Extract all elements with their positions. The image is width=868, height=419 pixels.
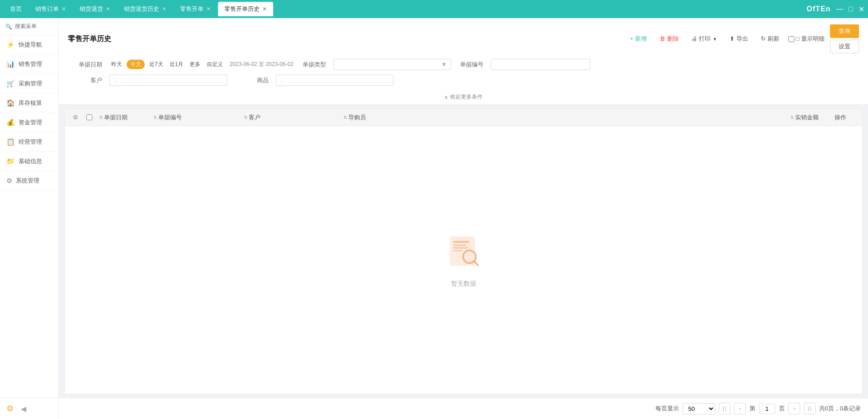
sidebar-item-operations[interactable]: 📋 经营管理 bbox=[0, 132, 58, 152]
last-page-button[interactable]: ⟩⟩ bbox=[804, 403, 816, 414]
sidebar-item-inventory-label: 库存核算 bbox=[19, 99, 42, 107]
display-detail-checkbox[interactable] bbox=[788, 36, 794, 42]
delete-button-label: 🗑 删除 bbox=[659, 35, 679, 43]
export-button[interactable]: ⬆ 导出 bbox=[726, 33, 752, 45]
tab-retail-open-history[interactable]: 零售开单历史 ✕ bbox=[218, 2, 273, 16]
print-button[interactable]: 🖨 打印 ▼ bbox=[688, 33, 721, 45]
brand-label: OfTEn bbox=[806, 5, 830, 13]
close-tab-sales-order-icon[interactable]: ✕ bbox=[62, 6, 66, 12]
tab-sales-return-history-label: 销货退货历史 bbox=[124, 5, 159, 13]
date-opt-yesterday[interactable]: 昨天 bbox=[109, 60, 124, 69]
sys-mgmt-icon: ⚙ bbox=[6, 177, 12, 185]
per-page-label: 每页显示 bbox=[655, 405, 679, 413]
close-tab-retail-open-history-icon[interactable]: ✕ bbox=[262, 6, 267, 12]
empty-state: 暂无数据 bbox=[65, 126, 862, 394]
tab-sales-return-label: 销货退货 bbox=[80, 5, 103, 13]
select-all-checkbox[interactable] bbox=[86, 114, 92, 120]
bill-no-input[interactable] bbox=[491, 59, 590, 70]
th-customer-label: 客户 bbox=[249, 113, 261, 122]
table-header: ⚙ ⇅ 单据日期 ⇅ 单据编号 ⇅ 客户 ⇅ 导购员 bbox=[65, 109, 862, 126]
sidebar-item-sales-mgmt-label: 销售管理 bbox=[19, 60, 42, 68]
per-page-select[interactable]: 50 100 200 bbox=[683, 403, 715, 414]
page-input[interactable] bbox=[759, 404, 775, 414]
sidebar-item-operations-label: 经营管理 bbox=[19, 138, 42, 146]
sidebar-item-purchase-mgmt-label: 采购管理 bbox=[19, 80, 42, 88]
display-toggle[interactable]: □ 显示明细 bbox=[788, 35, 825, 43]
close-window-icon[interactable]: ✕ bbox=[859, 5, 864, 14]
maximize-icon[interactable]: □ bbox=[849, 5, 853, 13]
date-opt-more[interactable]: 更多 bbox=[188, 60, 202, 69]
prev-page-button[interactable]: ＜ bbox=[734, 403, 746, 414]
close-tab-sales-return-icon[interactable]: ✕ bbox=[106, 6, 110, 12]
close-tab-retail-open-icon[interactable]: ✕ bbox=[206, 6, 211, 12]
collapse-filter-row[interactable]: ∧ 收起更多条件 bbox=[77, 90, 850, 104]
query-button[interactable]: 查询 bbox=[830, 24, 859, 38]
tab-retail-open[interactable]: 零售开单 ✕ bbox=[174, 2, 217, 16]
sidebar-item-sales-mgmt[interactable]: 📊 销售管理 bbox=[0, 55, 58, 74]
tab-home[interactable]: 首页 bbox=[4, 2, 28, 16]
bill-no-filter-label: 单据编号 bbox=[458, 61, 484, 69]
next-page-button[interactable]: ＞ bbox=[788, 403, 800, 414]
date-opt-1month[interactable]: 近1月 bbox=[168, 60, 185, 69]
sidebar-settings-icon[interactable]: ⚙ bbox=[6, 404, 14, 414]
first-page-button[interactable]: ⟨⟨ bbox=[719, 403, 730, 414]
sidebar-search[interactable]: 🔍 搜索采单 bbox=[0, 18, 58, 35]
sort-amount-icon[interactable]: ⇅ bbox=[790, 115, 794, 120]
sort-no-icon[interactable]: ⇅ bbox=[153, 115, 157, 120]
content-area: 零售开单历史 + 新增 🗑 删除 🖨 打印 ▼ ⬆ 导出 bbox=[59, 18, 868, 419]
refresh-button[interactable]: ↻ 刷新 bbox=[757, 33, 783, 45]
bill-type-filter-label: 单据类型 bbox=[301, 61, 326, 69]
filter-row-1: 单据日期 昨天 今天 近7天 近1月 更多 自定义 2023-06-02 至 2… bbox=[77, 59, 850, 70]
sidebar: 🔍 搜索采单 ⚡ 快捷导航 📊 销售管理 🛒 采购管理 🏠 库存核算 💰 资金管… bbox=[0, 18, 59, 419]
close-tab-sales-return-history-icon[interactable]: ✕ bbox=[162, 6, 166, 12]
bill-type-select[interactable]: ▼ bbox=[333, 59, 451, 70]
collapse-icon: ∧ bbox=[444, 94, 448, 100]
filter-row-2: 客户 ... 商品 ... bbox=[77, 75, 850, 86]
topbar-right: OfTEn — □ ✕ bbox=[806, 5, 864, 14]
table-settings-icon[interactable]: ⚙ bbox=[68, 114, 83, 121]
setting-button[interactable]: 设置 bbox=[830, 40, 859, 53]
sidebar-item-quick-nav[interactable]: ⚡ 快捷导航 bbox=[0, 35, 58, 55]
sidebar-collapse-icon[interactable]: ◀ bbox=[21, 405, 26, 413]
th-op: 操作 bbox=[822, 113, 859, 122]
sidebar-item-base-info[interactable]: 📁 基础信息 bbox=[0, 152, 58, 171]
base-info-icon: 📁 bbox=[6, 157, 15, 165]
th-op-label: 操作 bbox=[835, 113, 846, 122]
sort-guide-icon[interactable]: ⇅ bbox=[343, 115, 347, 120]
table-select-all-checkbox[interactable] bbox=[83, 114, 95, 120]
pagination-bar: 每页显示 50 100 200 ⟨⟨ ＜ 第 页 ＞ ⟩⟩ 共0页，0条记录 bbox=[59, 398, 868, 419]
quick-nav-icon: ⚡ bbox=[6, 41, 15, 49]
sort-date-icon[interactable]: ⇅ bbox=[99, 115, 103, 120]
new-button[interactable]: + 新增 bbox=[626, 33, 650, 45]
svg-rect-4 bbox=[453, 250, 462, 251]
tab-sales-order[interactable]: 销售订单 ✕ bbox=[29, 2, 72, 16]
tab-sales-return-history[interactable]: 销货退货历史 ✕ bbox=[118, 2, 173, 16]
sort-customer-icon[interactable]: ⇅ bbox=[244, 115, 247, 120]
top-tabbar: 首页 销售订单 ✕ 销货退货 ✕ 销货退货历史 ✕ 零售开单 ✕ 零售开单历史 … bbox=[0, 0, 868, 18]
total-label: 共0页，0条记录 bbox=[819, 405, 861, 413]
sidebar-item-base-info-label: 基础信息 bbox=[19, 157, 42, 165]
sidebar-item-purchase-mgmt[interactable]: 🛒 采购管理 bbox=[0, 74, 58, 94]
tab-sales-order-label: 销售订单 bbox=[35, 5, 59, 13]
finance-icon: 💰 bbox=[6, 118, 15, 127]
goods-filter-label: 商品 bbox=[243, 76, 269, 85]
tab-sales-return[interactable]: 销货退货 ✕ bbox=[73, 2, 117, 16]
collapse-label: 收起更多条件 bbox=[450, 93, 483, 101]
page-title-row: 零售开单历史 + 新增 🗑 删除 🖨 打印 ▼ ⬆ 导出 bbox=[68, 24, 859, 53]
sidebar-item-quick-nav-label: 快捷导航 bbox=[19, 41, 42, 49]
goods-input[interactable]: ... bbox=[276, 75, 394, 86]
sidebar-item-inventory[interactable]: 🏠 库存核算 bbox=[0, 94, 58, 113]
print-dropdown-icon[interactable]: ▼ bbox=[712, 37, 717, 42]
customer-ellipsis: ... bbox=[114, 77, 119, 84]
search-icon: 🔍 bbox=[5, 24, 12, 30]
date-opt-custom[interactable]: 自定义 bbox=[205, 60, 225, 69]
date-opt-today[interactable]: 今天 bbox=[127, 60, 145, 69]
delete-button[interactable]: 🗑 删除 bbox=[656, 33, 683, 45]
sidebar-item-finance[interactable]: 💰 资金管理 bbox=[0, 113, 58, 132]
minimize-icon[interactable]: — bbox=[836, 5, 843, 13]
purchase-mgmt-icon: 🛒 bbox=[6, 80, 15, 88]
toolbar: + 新增 🗑 删除 🖨 打印 ▼ ⬆ 导出 ↻ 刷新 bbox=[626, 24, 859, 53]
date-opt-7days[interactable]: 近7天 bbox=[147, 60, 165, 69]
sidebar-item-sys-mgmt[interactable]: ⚙ 系统管理 bbox=[0, 171, 58, 191]
customer-input[interactable]: ... bbox=[109, 75, 227, 86]
